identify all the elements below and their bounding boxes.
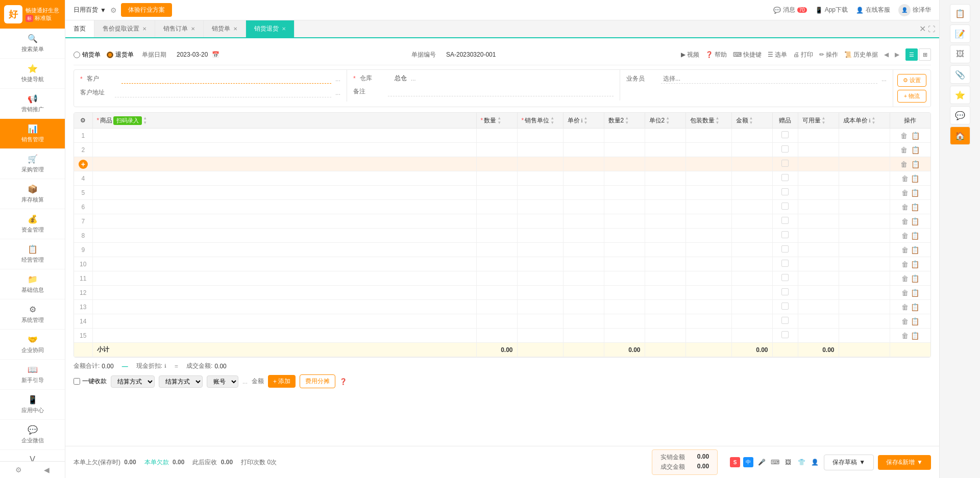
expand-tab-icon[interactable]: ⛶ xyxy=(928,25,935,33)
available-sort-icon[interactable]: ▲▼ xyxy=(822,116,826,125)
collapse-icon[interactable]: ◀ xyxy=(44,466,50,474)
customer-input[interactable] xyxy=(121,74,331,84)
user-profile[interactable]: 👤 徐泽华 xyxy=(898,4,931,16)
copy-icon[interactable]: 📋 xyxy=(911,317,919,325)
amount-sort-icon[interactable]: ▲▼ xyxy=(749,116,753,125)
sidebar-item-inventory[interactable]: 📦 库存核算 xyxy=(0,179,65,209)
sidebar-item-finance[interactable]: 💰 资金管理 xyxy=(0,209,65,239)
print-btn[interactable]: 🖨 打印 xyxy=(793,51,813,59)
price-sort-icon[interactable]: ▲▼ xyxy=(584,116,588,125)
cost-info-icon[interactable]: ℹ xyxy=(869,118,871,123)
delete-icon[interactable]: 🗑 xyxy=(901,203,909,211)
next-icon[interactable]: ▶ xyxy=(895,51,899,58)
grid-view-btn[interactable]: ⊞ xyxy=(919,48,931,61)
tab-price-setting[interactable]: 售价提取设置 ✕ xyxy=(94,20,155,37)
qty2-cell-2[interactable] xyxy=(604,143,645,157)
tab-close-delivery[interactable]: ✕ xyxy=(233,26,237,32)
address-select-icon[interactable]: ... xyxy=(335,89,340,96)
available-cell-2[interactable] xyxy=(798,143,839,157)
list-view-btn[interactable]: ☰ xyxy=(905,48,918,61)
copy-row-3-icon[interactable]: 📋 xyxy=(911,160,920,168)
amount-cell-1[interactable] xyxy=(731,129,772,143)
address-input[interactable] xyxy=(115,88,331,97)
account-dots-icon[interactable]: ... xyxy=(242,378,248,385)
qty2-cell-3[interactable] xyxy=(604,157,645,171)
topbar-gear-icon[interactable]: ⚙ xyxy=(110,6,117,14)
col-gear-header[interactable]: ⚙ xyxy=(74,113,92,129)
taskbar-mic-icon[interactable]: 🎤 xyxy=(756,457,767,467)
settle-method-select[interactable]: 结算方式 xyxy=(111,375,155,388)
qty-sort-icon[interactable]: ▲▼ xyxy=(497,116,501,125)
fee-split-button[interactable]: 费用分摊 xyxy=(300,374,335,388)
product-input-3[interactable] xyxy=(97,161,472,168)
logistics-btn[interactable]: + 物流 xyxy=(897,90,926,103)
amount-cell-2[interactable] xyxy=(731,143,772,157)
right-panel-notes-btn[interactable]: 📋 xyxy=(950,4,970,22)
sidebar-item-member[interactable]: V 畅会员 xyxy=(0,450,65,461)
unit-cell-3[interactable] xyxy=(517,157,563,171)
copy-icon[interactable]: 📋 xyxy=(911,217,919,225)
sidebar-item-app-center[interactable]: 📱 应用中心 xyxy=(0,390,65,420)
warehouse-select-icon[interactable]: ... xyxy=(411,75,416,82)
gift-cell-2[interactable] xyxy=(772,143,798,157)
price-cell-1[interactable] xyxy=(563,129,604,143)
copy-icon[interactable]: 📋 xyxy=(911,289,919,297)
right-panel-img-btn[interactable]: 🖼 xyxy=(950,45,970,63)
pack-sort-icon[interactable]: ▲▼ xyxy=(716,116,720,125)
history-btn[interactable]: 📜 历史单据 xyxy=(844,51,878,59)
unit2-cell-1[interactable] xyxy=(645,129,685,143)
tab-close-price-setting[interactable]: ✕ xyxy=(142,26,146,32)
product-cell-1[interactable] xyxy=(92,129,476,143)
right-panel-edit-btn[interactable]: 📝 xyxy=(950,24,970,43)
qty2-cell-1[interactable] xyxy=(604,129,645,143)
sidebar-item-quick-nav[interactable]: ⭐ 快捷导航 xyxy=(0,59,65,89)
copy-row-2-icon[interactable]: 📋 xyxy=(911,146,920,154)
copy-icon[interactable]: 📋 xyxy=(911,332,919,340)
fee-hint-icon[interactable]: ❓ xyxy=(339,378,347,385)
unit2-cell-2[interactable] xyxy=(645,143,685,157)
sidebar-item-sales[interactable]: 📊 销售管理 xyxy=(0,119,65,149)
delete-icon[interactable]: 🗑 xyxy=(901,189,909,197)
available-cell-1[interactable] xyxy=(798,129,839,143)
app-download-btn[interactable]: 📱 App下载 xyxy=(815,6,848,14)
delete-row-2-icon[interactable]: 🗑 xyxy=(900,146,908,154)
delete-icon[interactable]: 🗑 xyxy=(901,289,909,297)
remark-input[interactable] xyxy=(388,87,614,96)
save-new-arrow-icon[interactable]: ▼ xyxy=(917,459,923,466)
operation-btn[interactable]: ✏ 操作 xyxy=(819,51,838,59)
copy-icon[interactable]: 📋 xyxy=(911,274,919,283)
pack-cell-2[interactable] xyxy=(685,143,731,157)
add-row-button[interactable]: + xyxy=(79,160,88,169)
copy-icon[interactable]: 📋 xyxy=(911,303,919,311)
tab-home[interactable]: 首页 xyxy=(65,20,94,37)
unit-cell-2[interactable] xyxy=(517,143,563,157)
taskbar-img-icon[interactable]: 🖼 xyxy=(783,457,793,467)
prev-icon[interactable]: ◀ xyxy=(884,51,889,58)
sidebar-item-operations[interactable]: 📋 经营管理 xyxy=(0,239,65,269)
price-cell-3[interactable] xyxy=(563,157,604,171)
delete-row-1-icon[interactable]: 🗑 xyxy=(900,132,908,140)
pack-cell-1[interactable] xyxy=(685,129,731,143)
right-panel-msg-btn[interactable]: 💬 xyxy=(950,106,970,124)
video-btn[interactable]: ▶ 视频 xyxy=(681,51,699,59)
gear-settings-icon[interactable]: ⚙ xyxy=(80,117,86,124)
radio-return[interactable]: 退货单 xyxy=(107,51,134,59)
sidebar-item-wechat[interactable]: 💬 企业微信 xyxy=(0,420,65,450)
copy-icon[interactable]: 📋 xyxy=(911,246,919,254)
tab-close-return[interactable]: ✕ xyxy=(282,26,286,32)
product-sort-icon[interactable]: ▲▼ xyxy=(143,116,147,125)
shortcut-btn[interactable]: ⌨ 快捷键 xyxy=(733,51,762,59)
delete-icon[interactable]: 🗑 xyxy=(901,317,909,325)
trial-button[interactable]: 体验行业方案 xyxy=(121,3,172,17)
delete-icon[interactable]: 🗑 xyxy=(901,174,909,183)
copy-icon[interactable]: 📋 xyxy=(911,232,919,240)
sidebar-item-guide[interactable]: 📖 新手引导 xyxy=(0,360,65,390)
copy-icon[interactable]: 📋 xyxy=(911,174,919,183)
taskbar-person-icon[interactable]: 👤 xyxy=(810,457,820,467)
add-expense-button[interactable]: + 添加 xyxy=(268,375,296,388)
delete-icon[interactable]: 🗑 xyxy=(901,260,909,268)
available-cell-3[interactable] xyxy=(798,157,839,171)
copy-icon[interactable]: 📋 xyxy=(911,203,919,211)
taskbar-shirt-icon[interactable]: 👕 xyxy=(796,457,806,467)
sidebar-item-search[interactable]: 🔍 搜索菜单 xyxy=(0,29,65,59)
